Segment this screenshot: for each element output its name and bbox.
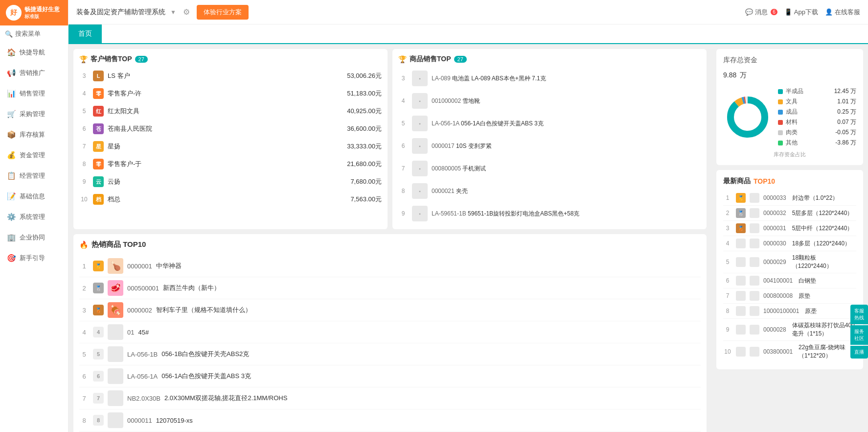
float-live-btn[interactable]: 直播	[850, 346, 868, 359]
legend-item: 半成品 12.45 万	[778, 87, 856, 96]
product-img: ▪	[412, 138, 428, 154]
svg-point-1	[731, 100, 765, 134]
sidebar-item-quick-nav[interactable]: 🏠 快捷导航	[0, 42, 68, 63]
sidebar-item-guide[interactable]: 🎯 新手引导	[0, 248, 68, 268]
search-menu-item[interactable]: 🔍 搜索菜单	[0, 25, 68, 42]
tab-home[interactable]: 首页	[69, 24, 102, 43]
table-row: 5 红 红太阳文具 40,925.00元	[79, 104, 382, 119]
sidebar-item-enterprise[interactable]: 🏢 企业协同	[0, 227, 68, 248]
legend-dot-other	[778, 141, 783, 145]
rank-medal-1: 🥇	[93, 261, 104, 271]
purchase-icon: 🛒	[7, 110, 16, 119]
product-thumbnail: 🍖	[108, 302, 123, 318]
app-download-item[interactable]: 📱 App下载	[784, 8, 818, 17]
message-icon: 💬	[745, 8, 753, 16]
table-row: 4 零 零售客户-许 51,183.00元	[79, 86, 382, 101]
table-row: 3 ▪ LA-089 电池盖 LA-089 ABS本色+黑种 7.1克	[398, 69, 701, 88]
rank-num-6: 6	[93, 371, 104, 382]
legend-dot-stationery	[778, 99, 783, 104]
customer-ranking-title: 客户销售TOP	[91, 55, 132, 64]
rank-medal: L	[93, 71, 104, 81]
rankings-row: 🏆 客户销售TOP 27 3 L LS 客户 53,006.26元 4	[73, 49, 707, 229]
new-products-header: 最新商品 TOP10	[723, 177, 856, 186]
nav-label-stock: 库存核算	[20, 130, 45, 139]
base-icon: 📝	[7, 192, 16, 201]
legend-dot-finished	[778, 110, 783, 115]
list-item: 7 7 NB2.0X30B 2.0X30MM双搓花轴,搓花直径2.1MM/ROH…	[79, 387, 701, 409]
product-img: ▪	[412, 71, 428, 86]
list-item: 5 5 LA-056-1B 056-1B白色按键开关壳ABS2克	[79, 343, 701, 365]
new-products-title-label: 最新商品	[723, 177, 751, 186]
hot-products-title: 热销商品 TOP10	[91, 240, 146, 249]
trophy-icon: 🏆	[79, 55, 88, 63]
customer-rank-list: 3 L LS 客户 53,006.26元 4 零 零售客户-许 51,183.0…	[79, 69, 382, 207]
legend-item: 其他 -3.86 万	[778, 139, 856, 147]
sidebar-item-system[interactable]: ⚙️ 系统管理	[0, 207, 68, 227]
nav-label-guide: 新手引导	[20, 254, 45, 263]
new-product-img	[736, 325, 746, 335]
product-thumbnail	[108, 324, 123, 340]
sidebar-item-sales[interactable]: 📊 销售管理	[0, 83, 68, 104]
product-img: ▪	[412, 183, 428, 199]
new-product-img	[736, 276, 746, 286]
new-product-img2	[750, 257, 759, 267]
logo-icon: 好	[6, 5, 22, 21]
product-thumbnail	[108, 346, 123, 362]
rank-medal: 档	[93, 194, 104, 205]
nav-label-finance: 资金管理	[20, 151, 45, 160]
list-item: 4 0000030 18多层（1220*2440）	[723, 236, 856, 251]
trial-button[interactable]: 体验行业方案	[197, 5, 249, 20]
product-img: ▪	[412, 116, 428, 131]
marketing-icon: 📢	[7, 69, 16, 77]
legend-item: 文具 1.01 万	[778, 97, 856, 106]
new-products-card: 最新商品 TOP10 1 🥇 0000033 封边带（1.0*22） 2 🥈	[716, 170, 863, 369]
sidebar-item-base[interactable]: 📝 基础信息	[0, 186, 68, 207]
table-row: 6 ▪ 0000017 10S 变刹罗紧	[398, 136, 701, 156]
list-item: 5 0000029 18颗粒板（1220*2440）	[723, 251, 856, 273]
new-medal-3: 🥉	[736, 223, 746, 233]
fire-icon: 🔥	[79, 240, 89, 249]
notifications-badge: 6	[771, 9, 777, 15]
sidebar-item-finance[interactable]: 💰 资金管理	[0, 145, 68, 166]
chart-area: 半成品 12.45 万 文具 1.01 万 成品 0.25 万	[723, 87, 856, 147]
sidebar-item-purchase[interactable]: 🛒 采购管理	[0, 104, 68, 124]
online-service-label: 在线客服	[835, 8, 860, 17]
new-products-list: 1 🥇 0000033 封边带（1.0*22） 2 🥈 0000032 5层多层…	[723, 191, 856, 362]
table-row: 9 ▪ LA-59651-1B 59651-1B旋转投影灯电池盒ABS黑色+58…	[398, 204, 701, 223]
dropdown-icon[interactable]: ▼	[170, 9, 176, 16]
legend-item: 材料 0.07 万	[778, 118, 856, 126]
notifications-item[interactable]: 💬 消息 6	[745, 8, 777, 17]
sidebar-logo: 好 畅捷通好生意 标准版	[0, 0, 68, 25]
rank-medal-3: 🥉	[93, 305, 104, 315]
table-row: 10 档 档总 7,563.00元	[79, 192, 382, 207]
float-community-btn[interactable]: 服务社区	[850, 325, 868, 345]
logo-sub-text: 标准版	[24, 13, 60, 20]
home-icon: 🏠	[7, 48, 16, 57]
finance-icon: 💰	[7, 151, 16, 160]
product-img: ▪	[412, 93, 428, 109]
rank-num-4: 4	[93, 327, 104, 337]
search-menu-label: 搜索菜单	[15, 29, 41, 38]
sidebar-item-marketing[interactable]: 📢 营销推广	[0, 63, 68, 83]
list-item: 2 🥈 🥩 000500001 新西兰牛肉（新牛）	[79, 277, 701, 299]
new-product-img	[736, 257, 746, 267]
product-img: ▪	[412, 161, 428, 176]
sidebar-item-operations[interactable]: 📋 经营管理	[0, 166, 68, 186]
new-product-img2	[750, 347, 759, 357]
float-customer-service-btn[interactable]: 客服热线	[850, 305, 868, 324]
product-ranking-card: 🏆 商品销售TOP 27 3 ▪ LA-089 电池盖 LA-089 ABS本色…	[392, 49, 707, 229]
product-img: ▪	[412, 206, 428, 221]
list-item: 7 000800008 原垫	[723, 288, 856, 304]
customer-ranking-card: 🏆 客户销售TOP 27 3 L LS 客户 53,006.26元 4	[73, 49, 388, 229]
table-row: 7 ▪ 000800005 手机测试	[398, 159, 701, 178]
left-panel: 🏆 客户销售TOP 27 3 L LS 客户 53,006.26元 4	[69, 44, 711, 432]
list-item: 2 🥈 0000032 5层多层（1220*2440）	[723, 206, 856, 221]
product-thumbnail: 🥩	[108, 280, 123, 296]
settings-icon[interactable]: ⚙	[183, 7, 190, 17]
online-service-item[interactable]: 👤 在线客服	[825, 8, 860, 17]
legend-item: 肉类 -0.05 万	[778, 128, 856, 137]
page-tabs: 首页	[69, 24, 868, 44]
sidebar-item-stock[interactable]: 📦 库存核算	[0, 124, 68, 145]
nav-label-quick: 快捷导航	[20, 48, 45, 57]
nav-label-operations: 经营管理	[20, 171, 45, 180]
